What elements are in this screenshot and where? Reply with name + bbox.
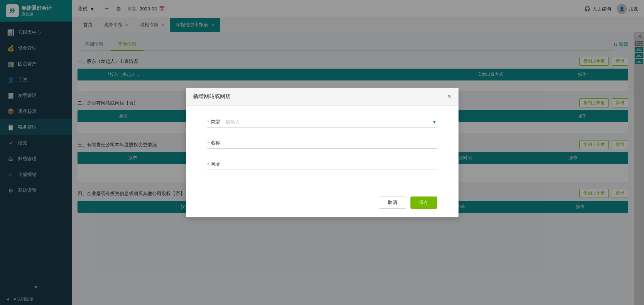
url-required-mark: * (207, 162, 209, 167)
type-control: * 类型 ▼ (207, 116, 437, 128)
form-field-name: * 名称 (207, 138, 437, 149)
url-label-text: 网址 (211, 161, 220, 167)
name-label-text: 名称 (211, 140, 220, 146)
save-button[interactable]: 保存 (410, 197, 437, 209)
dialog-header: 新增网站或网店 × (186, 88, 459, 106)
url-input[interactable] (226, 162, 437, 167)
type-dropdown-icon[interactable]: ▼ (432, 119, 437, 125)
type-required-mark: * (207, 119, 209, 125)
type-input[interactable] (226, 119, 432, 125)
dialog-body: * 类型 ▼ * 名称 * 网址 (186, 106, 459, 191)
name-required-mark: * (207, 140, 209, 146)
name-control: * 名称 (207, 138, 437, 149)
form-field-url: * 网址 (207, 159, 437, 170)
type-label-text: 类型 (211, 119, 220, 125)
dialog-footer: 取消 保存 (186, 191, 459, 217)
cancel-button[interactable]: 取消 (379, 197, 406, 209)
form-field-type: * 类型 ▼ (207, 116, 437, 128)
modal-overlay: × 新增网站或网店 × * 类型 ▼ * 名称 (0, 0, 644, 305)
url-control: * 网址 (207, 159, 437, 170)
dialog-title: 新增网站或网店 (193, 93, 231, 100)
name-input[interactable] (226, 140, 437, 146)
page-close-button[interactable]: × (636, 32, 640, 40)
dialog-add-website: 新增网站或网店 × * 类型 ▼ * 名称 (186, 88, 459, 217)
dialog-close-button[interactable]: × (447, 93, 451, 100)
